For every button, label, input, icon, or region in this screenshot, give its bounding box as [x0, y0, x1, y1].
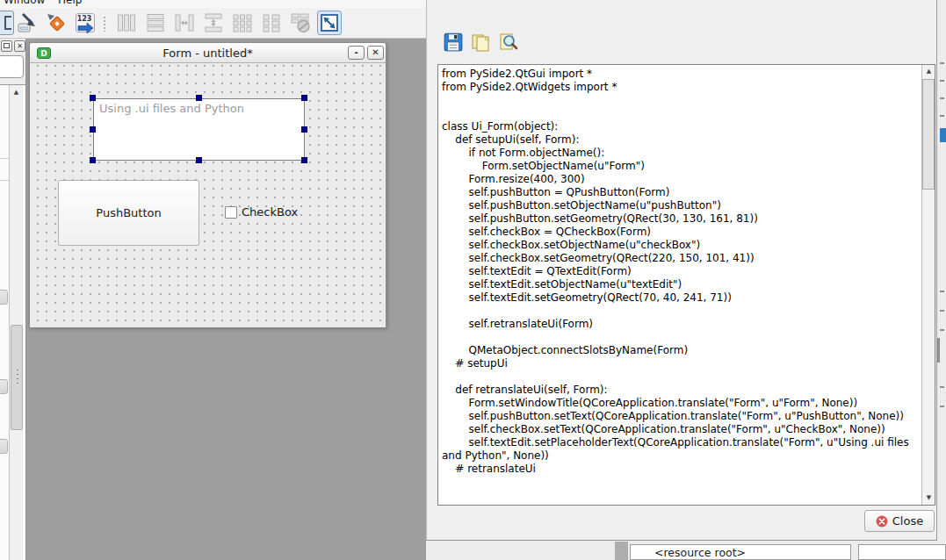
layout-form-button[interactable]	[259, 11, 284, 35]
code-line: class Ui_Form(object):	[442, 120, 921, 133]
dock-close-button[interactable]: ✕	[14, 40, 25, 52]
code-line: and Python", None))	[442, 449, 921, 463]
code-line	[442, 305, 921, 318]
edit-buddies-button[interactable]	[44, 11, 69, 35]
find-icon	[498, 32, 519, 53]
selection-handle-w[interactable]	[90, 126, 96, 133]
edit-tab-order-icon: 123	[74, 11, 97, 34]
form-canvas[interactable]: Using .ui files and Python PushButton Ch…	[30, 64, 386, 327]
layout-grid-button[interactable]	[230, 11, 255, 35]
selection-handle-se[interactable]	[301, 157, 307, 163]
form-window-title: Form - untitled*	[30, 47, 386, 60]
code-line: Form.setWindowTitle(QCoreApplication.tra…	[442, 397, 921, 410]
selection-handle-n[interactable]	[196, 95, 202, 101]
selection-handle-sw[interactable]	[90, 157, 96, 163]
main-toolbar: 123	[0, 8, 426, 39]
code-line: self.textEdit.setObjectName(u"textEdit")	[442, 278, 921, 291]
resource-tree[interactable]: <resource root>	[630, 544, 851, 560]
edit-tab-order-button[interactable]: 123	[73, 11, 97, 35]
code-line: self.checkBox.setText(QCoreApplication.t…	[442, 423, 921, 436]
code-line: # retranslateUi	[442, 463, 921, 476]
code-line: self.textEdit = QTextEdit(Form)	[442, 265, 921, 278]
close-icon: ✕	[17, 42, 23, 50]
code-line	[442, 94, 921, 107]
toolbar-separator	[104, 16, 105, 32]
find-in-code-button[interactable]	[498, 32, 519, 53]
pushbutton-widget[interactable]: PushButton	[58, 180, 199, 246]
form-designer-window: D Form - untitled* - ✕ Using .ui files a…	[29, 42, 386, 327]
resource-list[interactable]	[858, 544, 946, 560]
resource-root-item[interactable]: <resource root>	[631, 545, 850, 559]
selection-handle-nw[interactable]	[90, 95, 96, 101]
selection-handle-ne[interactable]	[301, 95, 307, 101]
tree-branch-mark	[940, 80, 944, 82]
scrollbar-thumb[interactable]	[11, 325, 23, 430]
widget-filter-input[interactable]	[0, 55, 24, 78]
resource-browser-dock: <resource root>	[426, 541, 946, 560]
selected-row-sliver[interactable]	[940, 128, 946, 142]
layout-form-icon	[260, 11, 283, 34]
tree-branch-mark	[940, 329, 944, 331]
scroll-up-icon[interactable]: ▲	[922, 65, 935, 78]
form-minimize-button[interactable]: -	[348, 46, 365, 60]
code-scrollbar[interactable]: ▲ ▼	[921, 65, 935, 505]
code-line: self.textEdit.setGeometry(QRect(70, 40, …	[442, 291, 921, 305]
break-layout-icon	[289, 11, 312, 34]
scroll-up-icon[interactable]: ▲	[10, 86, 23, 99]
layout-splitter-vertical-icon	[202, 11, 225, 34]
selection-handle-e[interactable]	[301, 126, 307, 133]
copy-icon	[470, 32, 491, 53]
code-line: self.textEdit.setPlaceholderText(QCoreAp…	[442, 436, 921, 449]
menu-window[interactable]: Window	[4, 0, 45, 6]
widget-category-header[interactable]	[0, 290, 8, 305]
layout-splitter-horizontal-button[interactable]	[172, 11, 197, 35]
float-icon	[4, 43, 10, 48]
svg-text:123: 123	[77, 15, 92, 23]
code-line: # setupUi	[442, 357, 921, 370]
copy-code-button[interactable]	[470, 32, 491, 53]
code-text[interactable]: from PySide2.QtGui import *from PySide2.…	[438, 65, 921, 505]
widget-category-header[interactable]	[0, 439, 8, 454]
menu-help[interactable]: Help	[58, 0, 82, 6]
selection-handle-s[interactable]	[196, 157, 202, 163]
layout-horizontal-button[interactable]	[114, 11, 139, 35]
checkbox-widget[interactable]: CheckBox	[225, 205, 298, 219]
code-line: from PySide2.QtWidgets import *	[442, 81, 921, 94]
dock-float-button[interactable]	[1, 40, 12, 52]
form-window-titlebar[interactable]: D Form - untitled* - ✕	[30, 43, 386, 63]
thumb-grip	[17, 368, 18, 387]
right-edge-panel	[936, 0, 946, 541]
code-line: self.pushButton.setGeometry(QRect(30, 13…	[442, 212, 921, 226]
code-line	[442, 107, 921, 120]
layout-vertical-button[interactable]	[143, 11, 168, 35]
menubar: Window Help	[0, 0, 426, 8]
edit-signals-slots-button[interactable]	[15, 11, 40, 35]
code-line: self.checkBox.setObjectName(u"checkBox")	[442, 239, 921, 252]
form-close-button[interactable]: ✕	[367, 46, 384, 60]
code-line: self.checkBox = QCheckBox(Form)	[442, 226, 921, 239]
checkbox-indicator[interactable]	[225, 206, 237, 219]
widget-box-list[interactable]: ▲	[0, 84, 25, 560]
save-code-button[interactable]	[443, 32, 464, 53]
adjust-size-button[interactable]	[317, 11, 342, 35]
tree-branch-mark	[940, 406, 944, 407]
code-line: def setupUi(self, Form):	[442, 133, 921, 147]
widget-category-header[interactable]	[0, 379, 8, 394]
widget-box-panel: ✕ ▲	[0, 39, 26, 560]
edit-widgets-button[interactable]	[0, 11, 14, 35]
qt-designer-window: Window Help	[0, 0, 946, 560]
view-code-dialog: from PySide2.QtGui import *from PySide2.…	[426, 0, 936, 541]
close-dialog-button[interactable]: Close	[864, 510, 935, 532]
scroll-down-icon[interactable]: ▼	[922, 492, 935, 505]
scrollbar-thumb[interactable]	[922, 79, 935, 190]
tree-branch-mark	[940, 62, 944, 64]
layout-horizontal-icon	[115, 11, 138, 34]
dock-handle	[615, 542, 628, 560]
layout-splitter-vertical-button[interactable]	[201, 11, 226, 35]
tree-branch-mark	[940, 310, 944, 312]
edit-signals-slots-icon	[16, 11, 39, 34]
break-layout-button[interactable]	[288, 11, 313, 35]
widget-box-scrollbar[interactable]: ▲	[9, 85, 23, 560]
code-line: self.pushButton.setObjectName(u"pushButt…	[442, 199, 921, 212]
textedit-widget[interactable]: Using .ui files and Python	[93, 98, 305, 161]
